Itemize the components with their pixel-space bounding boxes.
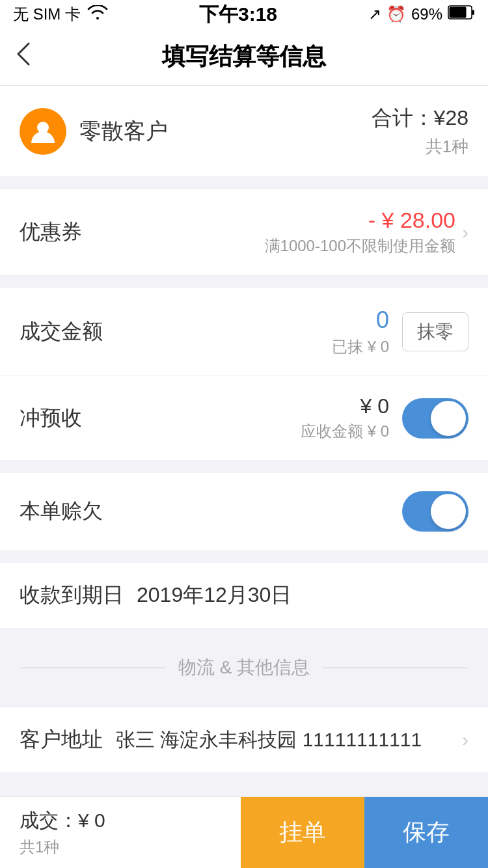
- deal-amount: ¥ 0: [78, 809, 105, 831]
- page-title: 填写结算等信息: [162, 41, 326, 73]
- save-button[interactable]: 保存: [364, 797, 488, 868]
- svg-rect-1: [472, 10, 474, 15]
- sim-status: 无 SIM 卡: [13, 4, 81, 25]
- item-count: 共1种: [372, 135, 468, 158]
- address-section[interactable]: 客户地址 张三 海淀永丰科技园 11111111111 ›: [0, 707, 488, 772]
- back-button[interactable]: [16, 41, 31, 73]
- divider-line-left: [20, 668, 165, 668]
- amount-value: 0: [332, 306, 389, 334]
- wifi-icon: [87, 5, 108, 23]
- battery-percent: 69%: [411, 5, 442, 23]
- total-label: 合计：¥28: [372, 104, 468, 133]
- bottom-summary: 成交：¥ 0 共1种: [0, 807, 241, 858]
- duedate-section: 收款到期日 2019年12月30日: [0, 563, 488, 628]
- bottom-buttons: 挂单 保存: [241, 797, 488, 868]
- duedate-row: 收款到期日 2019年12月30日: [20, 581, 468, 610]
- svg-rect-2: [449, 7, 466, 18]
- bottom-deal: 成交：¥ 0: [20, 807, 221, 834]
- amount-col: 0 已抹 ¥ 0: [332, 306, 389, 357]
- prepay-right: ¥ 0 应收金额 ¥ 0: [301, 394, 468, 442]
- prepay-receivable: 应收金额 ¥ 0: [301, 421, 389, 442]
- status-time: 下午3:18: [199, 1, 277, 28]
- prepay-amount: ¥ 0: [301, 394, 389, 418]
- prepay-toggle[interactable]: [402, 398, 468, 439]
- status-right: ↗ ⏰ 69%: [368, 5, 475, 23]
- debt-label: 本单赊欠: [20, 497, 103, 526]
- logistics-divider: 物流 & 其他信息: [0, 641, 488, 694]
- customer-total: 合计：¥28 共1种: [372, 104, 468, 158]
- chevron-right-icon: ›: [462, 221, 468, 243]
- prepay-values: ¥ 0 应收金额 ¥ 0: [301, 394, 389, 442]
- divider-line-right: [323, 668, 468, 668]
- bottom-count: 共1种: [20, 837, 221, 858]
- address-value: 张三 海淀永丰科技园 11111111111: [116, 727, 462, 753]
- address-chevron-icon: ›: [462, 729, 468, 751]
- coupon-content: - ¥ 28.00 满1000-100不限制使用金额: [265, 208, 455, 256]
- customer-name: 零散客户: [79, 116, 168, 146]
- deal-label: 成交：: [20, 809, 78, 831]
- coupon-section: 优惠券 - ¥ 28.00 满1000-100不限制使用金额 ›: [0, 189, 488, 275]
- debt-toggle[interactable]: [402, 491, 468, 532]
- toggle-knob: [431, 401, 466, 436]
- coupon-desc: 满1000-100不限制使用金额: [265, 236, 455, 256]
- round-zero-button[interactable]: 抹零: [402, 312, 468, 351]
- prepay-row: 冲预收 ¥ 0 应收金额 ¥ 0: [0, 376, 488, 460]
- coupon-label: 优惠券: [20, 218, 82, 247]
- duedate-value: 2019年12月30日: [137, 581, 291, 610]
- logistics-label: 物流 & 其他信息: [178, 655, 310, 680]
- status-bar: 无 SIM 卡 下午3:18 ↗ ⏰ 69%: [0, 0, 488, 29]
- amount-right: 0 已抹 ¥ 0 抹零: [332, 306, 468, 357]
- customer-info: 零散客户: [20, 108, 168, 155]
- coupon-right: - ¥ 28.00 满1000-100不限制使用金额 ›: [265, 208, 468, 256]
- battery-icon: [448, 5, 475, 23]
- amount-sub: 已抹 ¥ 0: [332, 336, 389, 357]
- status-left: 无 SIM 卡: [13, 4, 108, 25]
- bottom-bar: 成交：¥ 0 共1种 挂单 保存: [0, 796, 488, 868]
- amount-label: 成交金额: [20, 318, 103, 346]
- avatar: [20, 108, 66, 155]
- debt-section: 本单赊欠: [0, 473, 488, 550]
- address-label: 客户地址: [20, 726, 103, 754]
- debt-toggle-knob: [431, 494, 466, 529]
- coupon-row[interactable]: 优惠券 - ¥ 28.00 满1000-100不限制使用金额 ›: [0, 189, 488, 275]
- alarm-icon: ⏰: [386, 5, 406, 23]
- prepay-label: 冲预收: [20, 404, 82, 433]
- duedate-label: 收款到期日: [20, 581, 124, 610]
- transaction-section: 成交金额 0 已抹 ¥ 0 抹零 冲预收 ¥ 0 应收金额 ¥ 0: [0, 288, 488, 460]
- nav-bar: 填写结算等信息: [0, 29, 488, 86]
- hang-button[interactable]: 挂单: [241, 797, 364, 868]
- location-icon: ↗: [368, 5, 381, 23]
- coupon-discount: - ¥ 28.00: [265, 208, 455, 233]
- customer-section: 零散客户 合计：¥28 共1种: [0, 86, 488, 176]
- amount-row: 成交金额 0 已抹 ¥ 0 抹零: [0, 288, 488, 376]
